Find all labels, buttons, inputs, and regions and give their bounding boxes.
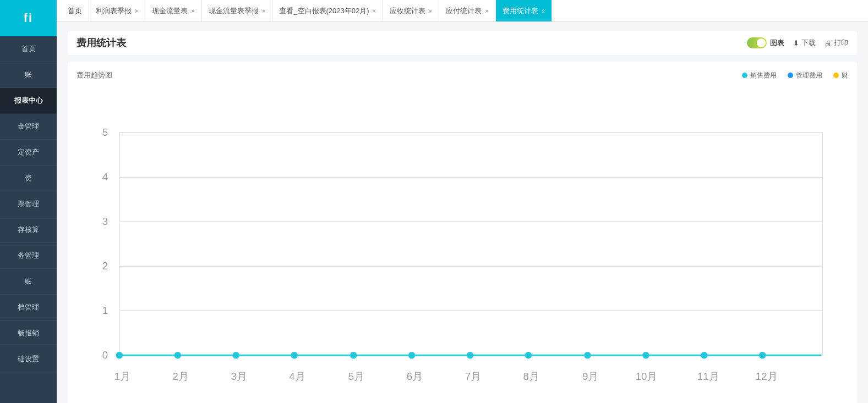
svg-text:8月: 8月 bbox=[523, 371, 539, 382]
legend-admin: 管理费用 bbox=[788, 71, 822, 80]
legend-dot-finance bbox=[833, 73, 839, 78]
page-content: 费用统计表 图表 ⬇ 下载 🖨 打印 费用趋势图 bbox=[57, 22, 868, 403]
close-tab-expense[interactable]: × bbox=[542, 8, 545, 14]
svg-text:4: 4 bbox=[102, 171, 108, 183]
legend-dot-admin bbox=[788, 73, 793, 78]
sidebar-item-cash[interactable]: 金管理 bbox=[0, 114, 57, 140]
sidebar-item-settings[interactable]: 础设置 bbox=[0, 346, 57, 372]
sidebar-item-archive[interactable]: 档管理 bbox=[0, 295, 57, 321]
close-tab-cashflow[interactable]: × bbox=[191, 8, 194, 14]
close-tab-blank-report[interactable]: × bbox=[373, 8, 376, 14]
svg-point-18 bbox=[408, 352, 415, 358]
svg-point-23 bbox=[701, 352, 707, 358]
sidebar-item-invoice[interactable]: 票管理 bbox=[0, 191, 57, 217]
svg-text:5月: 5月 bbox=[348, 371, 364, 382]
sidebar-item-assets[interactable]: 定资产 bbox=[0, 140, 57, 165]
chart-toggle[interactable] bbox=[747, 37, 767, 48]
svg-text:3: 3 bbox=[102, 216, 108, 227]
svg-text:12月: 12月 bbox=[756, 371, 778, 382]
chart-toggle-label: 图表 bbox=[770, 38, 784, 48]
chart-svg: 0 1 2 3 4 5 bbox=[77, 85, 848, 403]
sidebar-item-home[interactable]: 首页 bbox=[0, 36, 57, 62]
svg-text:1: 1 bbox=[102, 305, 108, 316]
svg-text:2月: 2月 bbox=[172, 371, 188, 382]
page-header: 费用统计表 图表 ⬇ 下载 🖨 打印 bbox=[68, 31, 857, 55]
legend-sales: 销售费用 bbox=[742, 71, 777, 80]
chart-svg-wrapper: 0 1 2 3 4 5 bbox=[77, 85, 848, 403]
svg-text:0: 0 bbox=[102, 349, 108, 361]
tab-bar: 首页 利润表季报 × 现金流量表 × 现金流量表季报 × 查看_空白报表(202… bbox=[57, 0, 868, 22]
print-icon: 🖨 bbox=[825, 39, 832, 47]
svg-point-15 bbox=[233, 352, 239, 358]
tab-receivable[interactable]: 应收统计表 × bbox=[383, 0, 439, 22]
tab-payable[interactable]: 应付统计表 × bbox=[439, 0, 495, 22]
sidebar: fi 首页 账 报表中心 金管理 定资产 资 票管理 存核算 务管理 账 档管理… bbox=[0, 0, 57, 403]
svg-point-13 bbox=[116, 352, 123, 358]
svg-text:4月: 4月 bbox=[289, 371, 305, 382]
main-content: 首页 利润表季报 × 现金流量表 × 现金流量表季报 × 查看_空白报表(202… bbox=[57, 0, 868, 403]
close-tab-payable[interactable]: × bbox=[485, 8, 488, 14]
tab-blank-report[interactable]: 查看_空白报表(2023年02月) × bbox=[272, 0, 383, 22]
sidebar-logo: fi bbox=[0, 0, 57, 36]
close-tab-receivable[interactable]: × bbox=[429, 8, 432, 14]
tab-cashflow[interactable]: 现金流量表 × bbox=[145, 0, 201, 22]
sidebar-item-inventory[interactable]: 存核算 bbox=[0, 217, 57, 243]
page-title: 费用统计表 bbox=[77, 36, 126, 49]
tab-cashflow-quarterly[interactable]: 现金流量表季报 × bbox=[202, 0, 272, 22]
legend-finance: 财 bbox=[833, 71, 848, 80]
chart-legend: 销售费用 管理费用 财 bbox=[742, 71, 848, 80]
svg-point-14 bbox=[174, 352, 181, 358]
svg-point-19 bbox=[467, 352, 473, 358]
print-label: 打印 bbox=[834, 38, 848, 48]
svg-text:1月: 1月 bbox=[114, 371, 130, 382]
legend-label-sales: 销售费用 bbox=[750, 71, 777, 80]
close-tab-cashflow-quarterly[interactable]: × bbox=[262, 8, 265, 14]
download-label: 下载 bbox=[801, 38, 816, 48]
svg-text:3月: 3月 bbox=[231, 371, 247, 382]
chart-toggle-group: 图表 bbox=[747, 37, 784, 48]
svg-rect-12 bbox=[119, 133, 822, 355]
svg-point-22 bbox=[642, 352, 649, 358]
svg-point-21 bbox=[584, 352, 591, 358]
svg-text:9月: 9月 bbox=[582, 371, 598, 382]
chart-container: 费用趋势图 销售费用 管理费用 财 bbox=[68, 62, 857, 403]
legend-label-admin: 管理费用 bbox=[796, 71, 822, 80]
svg-point-17 bbox=[350, 352, 357, 358]
chart-header: 费用趋势图 销售费用 管理费用 财 bbox=[77, 70, 848, 80]
sidebar-item-books[interactable]: 账 bbox=[0, 269, 57, 295]
sidebar-item-account[interactable]: 账 bbox=[0, 62, 57, 88]
svg-point-16 bbox=[291, 352, 297, 358]
svg-text:6月: 6月 bbox=[407, 371, 423, 382]
svg-text:10月: 10月 bbox=[636, 371, 658, 382]
legend-dot-sales bbox=[742, 73, 747, 78]
svg-point-20 bbox=[525, 352, 532, 358]
tab-expense[interactable]: 费用统计表 × bbox=[496, 0, 552, 22]
tab-profit-quarterly[interactable]: 利润表季报 × bbox=[89, 0, 145, 22]
download-icon: ⬇ bbox=[793, 39, 799, 47]
sidebar-item-salary[interactable]: 资 bbox=[0, 165, 57, 191]
sidebar-item-reports[interactable]: 报表中心 bbox=[0, 88, 57, 114]
svg-text:5: 5 bbox=[102, 126, 108, 138]
legend-label-finance: 财 bbox=[842, 71, 848, 80]
close-tab-profit-quarterly[interactable]: × bbox=[135, 8, 138, 14]
svg-text:2: 2 bbox=[102, 260, 108, 272]
header-actions: 图表 ⬇ 下载 🖨 打印 bbox=[747, 37, 848, 48]
sidebar-item-service[interactable]: 务管理 bbox=[0, 243, 57, 269]
svg-text:11月: 11月 bbox=[697, 371, 719, 382]
tab-home[interactable]: 首页 bbox=[61, 0, 89, 22]
svg-point-24 bbox=[759, 352, 766, 358]
sidebar-item-expense[interactable]: 畅报销 bbox=[0, 321, 57, 346]
print-button[interactable]: 🖨 打印 bbox=[825, 38, 848, 48]
download-button[interactable]: ⬇ 下载 bbox=[793, 38, 816, 48]
chart-title: 费用趋势图 bbox=[77, 70, 112, 80]
svg-text:7月: 7月 bbox=[465, 371, 481, 382]
